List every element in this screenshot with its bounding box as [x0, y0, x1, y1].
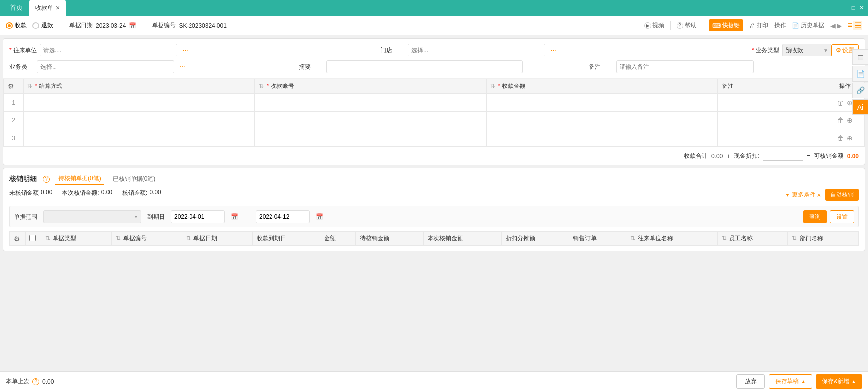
bottom-info-icon[interactable]: ?: [32, 378, 39, 385]
summary-label: 摘要: [299, 63, 324, 71]
separator-2: [144, 21, 144, 30]
calendar-icon[interactable]: 📅: [129, 22, 136, 29]
notes-cell-3[interactable]: [718, 129, 825, 147]
help-icon: ?: [677, 22, 683, 29]
account-cell-3[interactable]: [255, 129, 486, 147]
save-new-button[interactable]: 保存&新增 ▲: [816, 374, 862, 389]
amount-cell-1[interactable]: [486, 94, 717, 112]
radio-refund[interactable]: 退款: [32, 21, 53, 29]
net-amount: 0.00: [847, 153, 859, 160]
nav-prev-icon[interactable]: ◀: [830, 22, 836, 29]
filter-icon: ▼: [785, 192, 790, 198]
hexiao-settings-button[interactable]: 设置: [830, 210, 854, 223]
sidebar-table-icon[interactable]: ▤: [852, 49, 868, 65]
sidebar-link-icon[interactable]: 🔗: [852, 83, 868, 98]
shortcut-btn[interactable]: ⌨ 快捷键: [709, 19, 743, 31]
list-view-icon[interactable]: ≡: [848, 21, 852, 30]
discard-button[interactable]: 放弃: [736, 374, 765, 389]
tab-receipt-label: 收款单: [35, 4, 53, 12]
query-button[interactable]: 查询: [803, 210, 827, 223]
bill-no-field: 单据编号 SK-20230324-001: [152, 21, 226, 29]
radio-receipt[interactable]: 收款: [6, 21, 27, 29]
plus-sign: +: [727, 153, 730, 160]
notes-cell-1[interactable]: [718, 94, 825, 112]
help-btn[interactable]: ? 帮助: [677, 21, 697, 29]
sidebar-ai-icon[interactable]: Ai: [852, 99, 868, 115]
store-more-icon[interactable]: ···: [550, 46, 557, 55]
amount-cell-2[interactable]: [486, 112, 717, 129]
row-num-3: 3: [4, 129, 24, 147]
account-cell-1[interactable]: [255, 94, 486, 112]
notes-input[interactable]: [616, 60, 754, 73]
print-btn[interactable]: 🖨 打印: [749, 21, 768, 29]
ops-cell-3: 🗑 ⊕: [825, 129, 865, 147]
copy-row-icon-1[interactable]: ⊕: [847, 99, 853, 107]
notes-cell-2[interactable]: [718, 112, 825, 129]
summary-input[interactable]: [326, 60, 523, 73]
maximize-icon[interactable]: □: [852, 4, 855, 11]
row-num-1: 1: [4, 94, 24, 112]
chevron-up-icon: ∧: [817, 192, 821, 198]
salesperson-more-icon[interactable]: ···: [179, 62, 186, 71]
tab-receipt[interactable]: 收款单 ×: [29, 0, 66, 16]
hexiao-header: 核销明细 ? 待核销单据(0笔) 已核销单据(0笔): [9, 173, 859, 185]
date-to-input[interactable]: [256, 210, 310, 223]
business-type-field: 业务类型 预收款 ▼: [752, 44, 831, 56]
tab-close-icon[interactable]: ×: [56, 4, 60, 12]
delete-row-icon-1[interactable]: 🗑: [837, 99, 844, 107]
auto-hexiao-button[interactable]: 自动核销: [825, 189, 859, 201]
settlement-cell-1[interactable]: [24, 94, 255, 112]
amount-cell-3[interactable]: [486, 129, 717, 147]
store-input[interactable]: [408, 44, 545, 56]
discount-input[interactable]: [763, 151, 803, 161]
calendar-to-icon[interactable]: 📅: [316, 213, 323, 220]
hexiao-title: 核销明细: [9, 175, 37, 184]
calendar-from-icon[interactable]: 📅: [231, 213, 238, 220]
hexiao-table-settings-icon[interactable]: ⚙: [14, 235, 20, 243]
sort-icon-3: ⇅: [490, 83, 495, 89]
sort-department-icon: ⇅: [792, 235, 797, 242]
settlement-cell-2[interactable]: [24, 112, 255, 129]
tab-done[interactable]: 已核销单据(0笔): [110, 174, 159, 184]
salesperson-input[interactable]: [37, 60, 174, 73]
select-all-checkbox[interactable]: [29, 235, 36, 241]
account-cell-2[interactable]: [255, 112, 486, 129]
amount-label: 收款金额: [502, 83, 525, 89]
copy-row-icon-3[interactable]: ⊕: [847, 134, 853, 142]
sidebar-file-icon[interactable]: 📄: [852, 66, 868, 82]
date-from-input[interactable]: [171, 210, 225, 223]
hexiao-info-icon[interactable]: ?: [43, 176, 50, 183]
current-amount-col: 本次核销金额: [423, 232, 501, 246]
more-conditions-label: 更多条件: [792, 191, 815, 199]
tab-home[interactable]: 首页: [4, 0, 28, 16]
main-form: 往来单位 ··· 门店 ··· 业务类型 预收款: [3, 38, 865, 165]
bill-range-select-wrapper: ▼: [43, 210, 141, 223]
video-btn[interactable]: ▶ 视频: [644, 21, 664, 29]
tab-pending[interactable]: 待核销单据(0笔): [55, 173, 104, 185]
operations-btn[interactable]: 操作: [774, 21, 786, 29]
bill-range-select[interactable]: [43, 210, 141, 223]
save-draft-button[interactable]: 保存草稿 ▲: [769, 374, 812, 389]
bill-no-col: ⇅ 单据编号: [111, 232, 182, 246]
history-label: 历史单据: [801, 21, 824, 29]
hexiao-table: ⚙ ⇅ 单据类型 ⇅ 单据编号: [9, 231, 859, 246]
business-type-select[interactable]: 预收款: [782, 44, 831, 56]
this-bill-label: 本单上次: [6, 377, 29, 386]
form-section-1: 往来单位 ··· 门店 ··· 业务类型 预收款: [3, 39, 865, 79]
counterparty-input[interactable]: [40, 44, 177, 56]
minimize-icon[interactable]: —: [842, 4, 848, 11]
counterparty-more-icon[interactable]: ···: [182, 46, 189, 55]
grid-view-icon[interactable]: ☰: [853, 21, 862, 30]
nav-next-icon[interactable]: ▶: [837, 22, 842, 29]
settlement-cell-3[interactable]: [24, 129, 255, 147]
table-settings-icon[interactable]: ⚙: [8, 83, 14, 90]
close-icon[interactable]: ✕: [859, 4, 864, 11]
delete-row-icon-3[interactable]: 🗑: [837, 134, 844, 142]
copy-row-icon-2[interactable]: ⊕: [847, 116, 853, 124]
delete-row-icon-2[interactable]: 🗑: [837, 116, 844, 124]
summary-field: 摘要: [299, 60, 569, 73]
history-btn[interactable]: 📄 历史单据: [792, 21, 824, 29]
more-conditions-btn[interactable]: ▼ 更多条件 ∧: [785, 191, 821, 199]
bill-no-value: SK-20230324-001: [179, 22, 226, 29]
save-draft-chevron-icon: ▲: [801, 379, 806, 384]
